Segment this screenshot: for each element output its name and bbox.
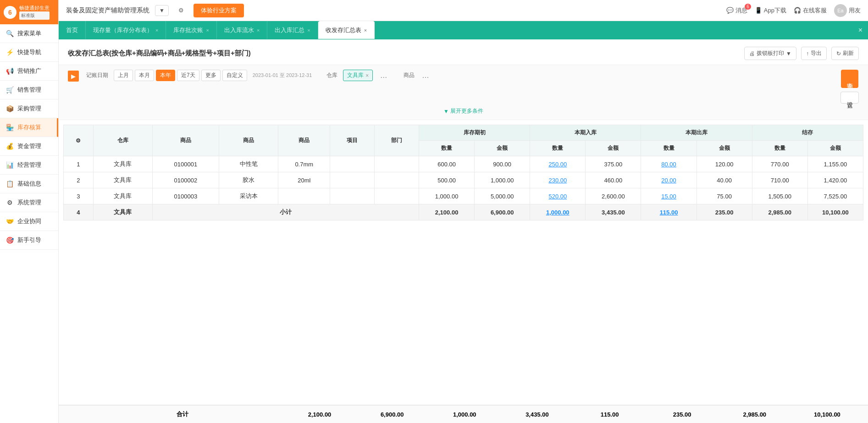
footer-bal-qty: 2,985.00 [719, 411, 791, 418]
row-no: 1 [64, 156, 94, 172]
tab-0[interactable]: 首页 [59, 21, 86, 39]
row-in-qty[interactable]: 520.00 [530, 188, 586, 204]
row-out-qty[interactable]: 80.00 [641, 156, 697, 172]
row-open-qty: 500.00 [419, 172, 475, 188]
system-icon: ⚙ [6, 198, 14, 207]
subtotal-warehouse: 文具库 [93, 204, 152, 220]
footer-open-amt: 6,900.00 [356, 411, 428, 418]
subtotal-open-qty: 2,100.00 [419, 204, 475, 220]
sidebar-label-finance: 资金管理 [17, 142, 41, 150]
experience-button[interactable]: 体验行业方案 [194, 4, 244, 17]
row-in-qty[interactable]: 250.00 [530, 156, 586, 172]
message-badge: 6 [745, 4, 751, 10]
row-code: 0100001 [152, 156, 219, 172]
sidebar-item-operation[interactable]: 📊经营管理 [0, 156, 58, 175]
tab-close-4[interactable]: × [307, 27, 310, 33]
row-out-qty[interactable]: 20.00 [641, 172, 697, 188]
date-btn-7days[interactable]: 近7天 [177, 70, 199, 81]
sidebar-item-finance[interactable]: 💰资金管理 [0, 137, 58, 156]
sidebar-item-newbie[interactable]: 🎯新手引导 [0, 231, 58, 250]
sidebar-item-inventory[interactable]: 🏪库存核算 [0, 118, 58, 137]
warehouse-tag[interactable]: 文具库 × [343, 70, 373, 81]
col-spec-header: 商品 [278, 125, 330, 156]
subtotal-in-qty[interactable]: 1,000.00 [530, 204, 586, 220]
tab-close-5[interactable]: × [364, 27, 367, 33]
date-btn-this-month[interactable]: 本月 [135, 70, 154, 81]
tab-4[interactable]: 出入库汇总 × [267, 21, 318, 39]
print-button[interactable]: 🖨 拨锁板打印 ▼ [744, 47, 796, 60]
bal-amt-header: 金额 [807, 141, 863, 156]
sidebar-item-quicknav[interactable]: ⚡快捷导航 [0, 43, 58, 62]
sidebar-item-basic[interactable]: 📋基础信息 [0, 175, 58, 193]
gear-button[interactable]: ⚙ [174, 4, 188, 17]
tab-2[interactable]: 库存批次账 × [166, 21, 216, 39]
sidebar-item-enterprise[interactable]: 🤝企业协同 [0, 212, 58, 231]
sidebar-label-inventory: 库存核算 [17, 123, 41, 132]
table-row: 2 文具库 0100002 胶水 20ml 500.00 1,000.00 23… [64, 172, 863, 188]
tab-3[interactable]: 出入库流水 × [217, 21, 267, 39]
tab-bar-close[interactable]: × [853, 21, 868, 39]
in-qty-header: 数量 [530, 141, 586, 156]
warehouse-tag-close[interactable]: × [365, 72, 369, 79]
finance-icon: 💰 [6, 142, 14, 150]
print-icon: 🖨 [749, 50, 755, 57]
date-btn-last-month[interactable]: 上月 [114, 70, 133, 81]
settings-button[interactable]: 设置 [840, 92, 859, 104]
row-bal-amt: 7,525.00 [807, 188, 863, 204]
date-btn-more[interactable]: 更多 [201, 70, 221, 81]
user-item[interactable]: Ea 用友 [834, 4, 861, 17]
sidebar-badge: 标准版 [19, 11, 50, 20]
page-header: 收发存汇总表(按仓库+商品编码+商品+规格型号+项目+部门) 🖨 拨锁板打印 ▼… [59, 39, 868, 65]
tab-close-3[interactable]: × [257, 27, 260, 33]
online-service-item[interactable]: 🎧 在线客服 [794, 6, 827, 15]
row-spec: 20ml [278, 172, 330, 188]
subtotal-bal-qty: 2,985.00 [752, 204, 807, 220]
row-dept [375, 172, 419, 188]
row-spec [278, 188, 330, 204]
subtotal-out-qty[interactable]: 115.00 [641, 204, 697, 220]
dropdown-arrow: ▼ [159, 7, 165, 14]
tab-close-1[interactable]: × [155, 27, 158, 33]
tab-1[interactable]: 现存量（库存分布表） × [86, 21, 166, 39]
quicknav-icon: ⚡ [6, 48, 14, 56]
col-code-header: 商品 [152, 125, 219, 156]
sidebar-label-quicknav: 快捷导航 [17, 48, 41, 56]
row-in-qty[interactable]: 230.00 [530, 172, 586, 188]
row-bal-qty: 710.00 [752, 172, 807, 188]
table-area: ⚙ 仓库 商品 商品 商品 项目 部门 库存期初 本期入库 本期出库 结存 数量 [59, 125, 868, 220]
sidebar-item-marketing[interactable]: 📢营销推广 [0, 62, 58, 81]
app-download-item[interactable]: 📱 App下载 [755, 6, 786, 15]
row-out-qty[interactable]: 15.00 [641, 188, 697, 204]
expand-more-button[interactable]: ▼ 展开更多条件 [443, 107, 483, 115]
subtotal-bal-amt: 10,100.00 [807, 204, 863, 220]
date-btn-this-year[interactable]: 本年 [156, 70, 175, 81]
top-header: 装备及固定资产辅助管理系统 ▼ ⚙ 体验行业方案 💬 消息 6 📱 App下载 … [59, 0, 868, 21]
message-icon-item[interactable]: 💬 消息 6 [726, 6, 747, 15]
row-bal-qty: 770.00 [752, 156, 807, 172]
query-button[interactable]: 查询 [841, 70, 858, 88]
refresh-button[interactable]: ↻ 刷新 [831, 47, 859, 60]
tab-5[interactable]: 收发存汇总表 × [318, 21, 375, 39]
date-btn-custom[interactable]: 自定义 [222, 70, 247, 81]
col-project-header: 项目 [330, 125, 375, 156]
goods-more[interactable]: ... [420, 71, 431, 80]
system-dropdown[interactable]: ▼ [155, 5, 169, 16]
export-icon: ↑ [806, 50, 809, 57]
sidebar-item-search[interactable]: 🔍搜索菜单 [0, 24, 58, 43]
sidebar-item-sales[interactable]: 🛒销售管理 [0, 81, 58, 99]
tab-close-2[interactable]: × [206, 27, 209, 33]
subtotal-out-amt: 235.00 [697, 204, 752, 220]
main-table: ⚙ 仓库 商品 商品 商品 项目 部门 库存期初 本期入库 本期出库 结存 数量 [63, 125, 863, 220]
sidebar-item-system[interactable]: ⚙系统管理 [0, 193, 58, 212]
purchase-icon: 📦 [6, 104, 14, 113]
settings-icon[interactable]: ⚙ [76, 137, 81, 144]
export-button[interactable]: ↑ 导出 [801, 47, 827, 60]
app-download-label: App下载 [764, 6, 786, 15]
total-label-text: 合计 [177, 411, 188, 418]
sidebar-label-enterprise: 企业协同 [17, 217, 41, 225]
sidebar-item-purchase[interactable]: 📦采购管理 [0, 99, 58, 118]
warehouse-more[interactable]: ... [378, 71, 389, 80]
operation-icon: 📊 [6, 161, 14, 169]
filter-expand-arrow[interactable]: ▶ [68, 71, 79, 82]
expand-label: 展开更多条件 [450, 107, 483, 115]
